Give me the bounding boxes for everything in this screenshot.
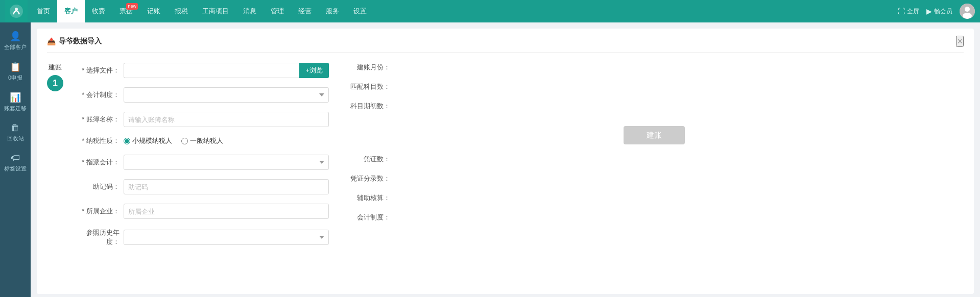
history-year-label: 参照历史年度： [79, 228, 119, 246]
sidebar-item-all-customers[interactable]: 👤 全部客户 [0, 27, 31, 55]
fullscreen-icon: ⛶ [898, 7, 905, 15]
tax-type-row: * 纳税性质： 小规模纳税人 一般纳税人 [79, 136, 329, 145]
nav-invoice[interactable]: 票据 new [112, 0, 140, 22]
info-auxiliary: 辅助核算： [344, 193, 964, 203]
sidebar-item-tag-settings[interactable]: 🏷 标签设置 [0, 148, 31, 177]
file-label: * 选择文件： [79, 66, 119, 75]
history-year-select[interactable] [124, 230, 329, 245]
nav-customer[interactable]: 客户 [57, 0, 85, 22]
build-account-button[interactable]: 建账 [624, 126, 685, 144]
browse-button[interactable]: +浏览 [299, 63, 329, 78]
member-icon: ▶ [926, 7, 932, 15]
all-customers-icon: 👤 [10, 31, 21, 42]
info-build-month: 建账月份： [344, 63, 964, 72]
info-accounting-system: 会计制度： [344, 213, 964, 222]
ledger-name-label: * 账簿名称： [79, 115, 119, 124]
nav-right: ⛶ 全屏 ▶ 畅会员 [898, 4, 975, 19]
file-input[interactable] [124, 63, 299, 78]
sidebar-item-recycle-bin[interactable]: 🗑 回收站 [0, 118, 31, 146]
nav-tax[interactable]: 报税 [168, 0, 195, 22]
step-indicator: 建账 1 [47, 63, 63, 256]
aux-code-input[interactable] [124, 179, 329, 194]
aux-code-label: 助记码： [79, 182, 119, 191]
file-input-group: +浏览 [124, 63, 329, 78]
page-title-icon: 📤 [47, 37, 56, 45]
accountant-row: * 指派会计： [79, 155, 329, 170]
sidebar: 👤 全部客户 📋 0申报 📊 账套迁移 🗑 回收站 🏷 标签设置 [0, 22, 31, 297]
radio-small-input[interactable] [124, 138, 130, 144]
file-row: * 选择文件： +浏览 [79, 63, 329, 78]
recycle-bin-icon: 🗑 [11, 122, 20, 133]
nav-manage[interactable]: 管理 [264, 0, 291, 22]
page-title: 📤 导爷数据导入 [47, 37, 964, 53]
svg-point-4 [963, 13, 972, 19]
company-row: * 所属企业： [79, 204, 329, 219]
info-voucher-count: 凭证数： [344, 155, 964, 164]
radio-general-taxpayer[interactable]: 一般纳税人 [181, 136, 223, 145]
nav-business[interactable]: 工商项目 [195, 0, 236, 22]
company-input[interactable] [124, 204, 329, 219]
tax-type-label: * 纳税性质： [79, 136, 119, 145]
accountant-label: * 指派会计： [79, 158, 119, 167]
tag-settings-icon: 🏷 [11, 153, 20, 163]
svg-point-3 [965, 7, 970, 12]
accounting-system-label: * 会计制度： [79, 90, 119, 100]
close-button[interactable]: × [956, 36, 964, 47]
fullscreen-btn[interactable]: ⛶ 全屏 [898, 7, 919, 16]
info-panel: 建账月份： 匹配科目数： 科目期初数： 建账 凭证 [329, 63, 964, 256]
logo-icon [9, 4, 23, 18]
step-label: 建账 [49, 63, 62, 72]
top-nav: 首页 客户 收费 票据 new 记账 报税 工商项目 消息 管理 经营 服务 设… [0, 0, 980, 22]
history-year-row: 参照历史年度： [79, 228, 329, 246]
build-btn-area: 建账 [344, 126, 964, 144]
accounting-system-select[interactable] [124, 87, 329, 103]
info-account-opening: 科目期初数： [344, 102, 964, 111]
accounting-system-row: * 会计制度： [79, 87, 329, 103]
radio-general-input[interactable] [181, 138, 188, 144]
ledger-name-input[interactable] [124, 112, 329, 127]
new-badge: new [126, 3, 138, 10]
member-btn[interactable]: ▶ 畅会员 [926, 7, 952, 16]
nav-message[interactable]: 消息 [236, 0, 264, 22]
nav-bookkeeping[interactable]: 记账 [140, 0, 168, 22]
account-migration-icon: 📊 [10, 92, 21, 103]
nav-settings[interactable]: 设置 [346, 0, 374, 22]
sidebar-item-zero-report[interactable]: 📋 0申报 [0, 57, 31, 86]
company-label: * 所属企业： [79, 207, 119, 216]
nav-items: 首页 客户 收费 票据 new 记账 报税 工商项目 消息 管理 经营 服务 设… [30, 0, 898, 22]
page-card: 📤 导爷数据导入 × 建账 1 * 选择文件： +浏览 [37, 29, 974, 294]
avatar[interactable] [960, 4, 975, 19]
step-badge: 1 [47, 75, 63, 91]
info-match-accounts: 匹配科目数： [344, 82, 964, 91]
form-area: 建账 1 * 选择文件： +浏览 * 会计制度： [47, 63, 964, 256]
nav-service[interactable]: 服务 [319, 0, 346, 22]
main-content: 📤 导爷数据导入 × 建账 1 * 选择文件： +浏览 [31, 22, 980, 297]
nav-home[interactable]: 首页 [30, 0, 57, 22]
layout: 👤 全部客户 📋 0申报 📊 账套迁移 🗑 回收站 🏷 标签设置 📤 导爷数据导… [0, 22, 980, 297]
form-fields: * 选择文件： +浏览 * 会计制度： [79, 63, 329, 256]
tax-type-radio-group: 小规模纳税人 一般纳税人 [124, 136, 223, 145]
info-voucher-entries: 凭证分录数： [344, 174, 964, 183]
aux-code-row: 助记码： [79, 179, 329, 194]
accountant-select[interactable] [124, 155, 329, 170]
nav-fee[interactable]: 收费 [85, 0, 112, 22]
zero-report-icon: 📋 [10, 61, 21, 72]
sidebar-item-account-migration[interactable]: 📊 账套迁移 [0, 88, 31, 116]
ledger-name-row: * 账簿名称： [79, 112, 329, 127]
svg-point-1 [15, 8, 18, 11]
radio-small-taxpayer[interactable]: 小规模纳税人 [124, 136, 172, 145]
nav-operation[interactable]: 经营 [291, 0, 319, 22]
logo [5, 0, 28, 22]
